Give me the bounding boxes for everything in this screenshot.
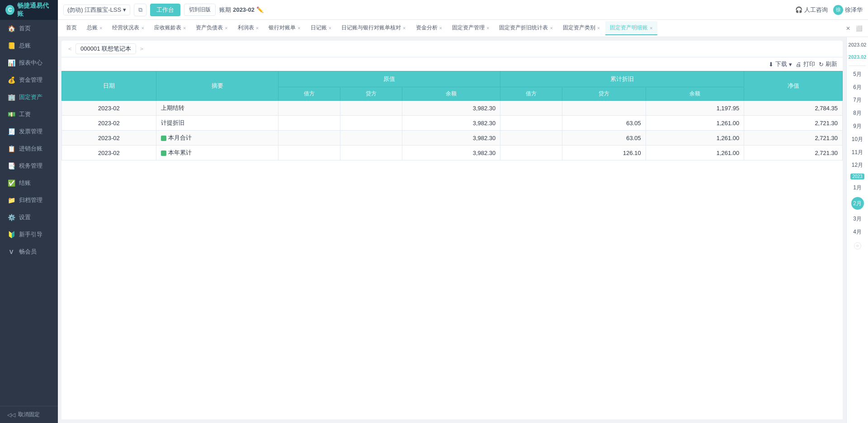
- tab-close-ledger[interactable]: ×: [99, 25, 102, 31]
- tab-close-balance-sheet[interactable]: ×: [225, 25, 227, 31]
- tab-ledger[interactable]: 总账 ×: [82, 21, 107, 35]
- topbar: (勿动) 江西服宝-LSS ▾ ⧉ 工作台 切到旧版 账期 2023-02 ✏️…: [58, 0, 868, 20]
- cell-dep-balance: 1,261.00: [646, 116, 744, 131]
- asset-tag[interactable]: 000001 联想笔记本: [75, 43, 136, 54]
- cell-date: 2023-02: [62, 131, 156, 146]
- cell-ov-debit: [278, 131, 340, 146]
- tab-fixed-assets-mgmt[interactable]: 固定资产管理 ×: [448, 21, 494, 35]
- col-ov-balance: 余额: [402, 87, 500, 101]
- month-2-active[interactable]: 2月: [851, 197, 864, 210]
- sidebar-item-home[interactable]: 🏠 首页: [0, 20, 58, 37]
- active-month-2-container[interactable]: 2月: [851, 194, 864, 212]
- cell-summary: 上期结转: [156, 101, 278, 116]
- print-button[interactable]: 🖨 打印: [796, 60, 815, 68]
- archive-icon: 📁: [7, 197, 15, 204]
- tab-close-receivable-aging[interactable]: ×: [183, 25, 186, 31]
- month-6[interactable]: 6月: [847, 81, 868, 94]
- tab-depreciation-stats[interactable]: 固定资产折旧统计表 ×: [495, 21, 557, 35]
- month-5[interactable]: 5月: [847, 68, 868, 81]
- maximize-button[interactable]: ⬜: [854, 24, 864, 33]
- tab-close-journal-bank-verify[interactable]: ×: [403, 25, 406, 31]
- month-10[interactable]: 10月: [847, 133, 868, 146]
- page-content: ＜ 000001 联想笔记本 ＞ ⬇ 下载 ▾ 🖨 打印: [58, 37, 846, 423]
- sidebar-item-guide[interactable]: 🔰 新手引导: [0, 226, 58, 243]
- sidebar-item-tax[interactable]: 📑 税务管理: [0, 157, 58, 174]
- tab-journal[interactable]: 日记账 ×: [306, 21, 336, 35]
- company-selector[interactable]: (勿动) 江西服宝-LSS ▾: [63, 5, 130, 15]
- sidebar-item-settlement[interactable]: ✅ 结账: [0, 174, 58, 192]
- switch-version-button[interactable]: 切到旧版: [184, 4, 216, 16]
- cell-dep-balance: 1,261.00: [646, 131, 744, 146]
- month-12[interactable]: 12月: [847, 159, 868, 172]
- col-ov-credit: 贷方: [340, 87, 402, 101]
- download-button[interactable]: ⬇ 下载 ▾: [769, 60, 792, 68]
- month-9[interactable]: 9月: [847, 120, 868, 133]
- close-all-tabs-button[interactable]: ✕: [844, 24, 852, 33]
- sidebar-item-purchase-sales[interactable]: 📋 进销台账: [0, 140, 58, 157]
- refresh-button[interactable]: ↻ 刷新: [819, 60, 837, 68]
- tab-home[interactable]: 首页: [61, 21, 81, 35]
- tab-business-status[interactable]: 经营状况表 ×: [108, 21, 148, 35]
- cell-date: 2023-02: [62, 146, 156, 160]
- invoice-icon: 🧾: [7, 128, 15, 135]
- tab-receivable-aging[interactable]: 应收账龄表 ×: [150, 21, 190, 35]
- sidebar-item-payroll[interactable]: 💵 工资: [0, 106, 58, 123]
- ledger-icon: 📒: [7, 42, 15, 49]
- period-2023-02-top[interactable]: 2023.02: [847, 39, 868, 51]
- main-area: (勿动) 江西服宝-LSS ▾ ⧉ 工作台 切到旧版 账期 2023-02 ✏️…: [58, 0, 868, 423]
- print-icon: 🖨: [796, 61, 802, 68]
- more-dot[interactable]: ○: [854, 242, 861, 249]
- tab-close-profit[interactable]: ×: [256, 25, 259, 31]
- unpin-button[interactable]: ◁◁ 取消固定: [0, 406, 58, 423]
- user-menu[interactable]: 徐 徐泽华: [833, 5, 863, 15]
- sidebar-item-archive[interactable]: 📁 归档管理: [0, 192, 58, 209]
- month-11[interactable]: 11月: [847, 146, 868, 159]
- cell-date: 2023-02: [62, 116, 156, 131]
- sidebar-item-fixed-assets[interactable]: 🏢 固定资产: [0, 89, 58, 106]
- tab-close-depreciation-stats[interactable]: ×: [550, 25, 552, 31]
- period-2023-02-current[interactable]: 2023.02: [847, 51, 868, 63]
- tab-close-fixed-assets-category[interactable]: ×: [597, 25, 600, 31]
- cell-dep-balance: 1,197.95: [646, 101, 744, 116]
- tab-close-fund-analysis[interactable]: ×: [439, 25, 442, 31]
- cell-ov-balance: 3,982.30: [402, 116, 500, 131]
- tab-fixed-assets-detail[interactable]: 固定资产明细账 ×: [605, 21, 657, 35]
- month-3[interactable]: 3月: [847, 212, 868, 226]
- month-4[interactable]: 4月: [847, 226, 868, 239]
- tab-close-journal[interactable]: ×: [329, 25, 331, 31]
- settlement-icon: ✅: [7, 179, 15, 187]
- tab-fund-analysis[interactable]: 资金分析 ×: [411, 21, 447, 35]
- purchase-sales-icon: 📋: [7, 145, 15, 152]
- tab-journal-bank-verify[interactable]: 日记账与银行对账单核对 ×: [337, 21, 410, 35]
- tab-bank-statement[interactable]: 银行对账单 ×: [264, 21, 305, 35]
- cell-dep-debit: [500, 101, 562, 116]
- tab-close-fixed-assets-detail[interactable]: ×: [650, 25, 652, 31]
- topbar-right: 🎧 人工咨询 徐 徐泽华: [795, 5, 863, 15]
- copy-button[interactable]: ⧉: [134, 4, 146, 16]
- tab-close-bank-statement[interactable]: ×: [297, 25, 300, 31]
- sidebar-item-invoice[interactable]: 🧾 发票管理: [0, 123, 58, 140]
- month-8[interactable]: 8月: [847, 107, 868, 120]
- cell-date: 2023-02: [62, 101, 156, 116]
- period-edit-icon[interactable]: ✏️: [256, 6, 264, 13]
- right-period-panel: 2023.02 2023.02 5月 6月 7月 8月 9月 10月 11月 1…: [846, 37, 868, 423]
- tab-balance-sheet[interactable]: 资产负债表 ×: [191, 21, 232, 35]
- service-button[interactable]: 🎧 人工咨询: [795, 6, 828, 14]
- sidebar-item-funds[interactable]: 💰 资金管理: [0, 71, 58, 89]
- month-1[interactable]: 1月: [847, 181, 868, 194]
- tab-fixed-assets-category[interactable]: 固定资产类别 ×: [558, 21, 604, 35]
- sidebar-item-reports[interactable]: 📊 报表中心: [0, 54, 58, 71]
- cell-dep-balance: 1,261.00: [646, 146, 744, 160]
- tab-close-fixed-assets-mgmt[interactable]: ×: [486, 25, 489, 31]
- nav-back-arrow[interactable]: ＜: [67, 45, 73, 53]
- sidebar-item-settings[interactable]: ⚙️ 设置: [0, 209, 58, 226]
- table-row: 2023-02 计提折旧 3,982.30 63.05 1,261.00 2,7…: [62, 116, 843, 131]
- tab-profit[interactable]: 利润表 ×: [233, 21, 263, 35]
- month-7[interactable]: 7月: [847, 94, 868, 107]
- sidebar-item-vip[interactable]: V 畅会员: [0, 243, 58, 260]
- tab-close-business-status[interactable]: ×: [141, 25, 144, 31]
- funds-icon: 💰: [7, 76, 15, 84]
- sidebar-item-ledger[interactable]: 📒 总账: [0, 37, 58, 54]
- workbench-button[interactable]: 工作台: [150, 4, 180, 16]
- nav-forward-arrow[interactable]: ＞: [139, 45, 145, 53]
